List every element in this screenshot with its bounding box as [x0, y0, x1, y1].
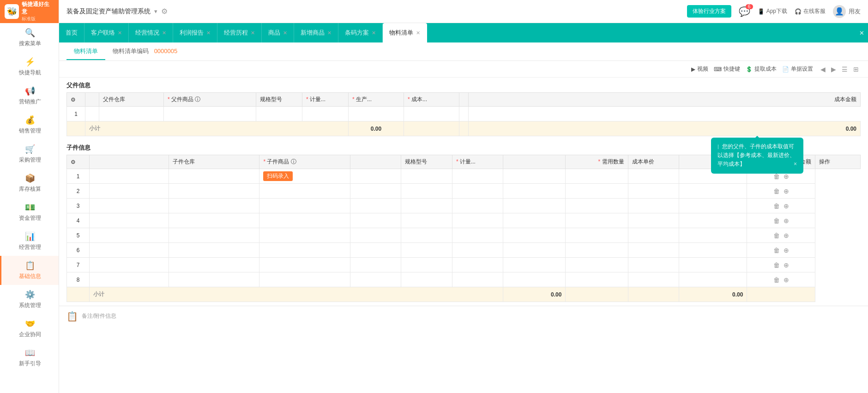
child-row5-spec[interactable]	[350, 228, 401, 243]
child-row7-unit[interactable]	[401, 258, 452, 272]
child-row5-qty[interactable]	[503, 228, 566, 243]
delete-icon[interactable]: 🗑	[773, 187, 780, 195]
parent-row1-produce[interactable]	[302, 107, 349, 121]
scan-input-btn[interactable]: 扫码录入	[263, 171, 293, 181]
parent-row1-goods[interactable]	[99, 107, 164, 121]
copy-icon[interactable]: ⊕	[784, 276, 789, 284]
child-row8-qty[interactable]	[503, 272, 566, 287]
child-row1-spec[interactable]	[350, 169, 401, 184]
toolbar-view[interactable]: ▶ 视频	[691, 65, 708, 73]
toolbar-single-settings[interactable]: 📄 单据设置	[782, 65, 813, 73]
sidebar-item-basic-info[interactable]: 📋 基础信息	[0, 256, 59, 285]
child-row2-warehouse[interactable]	[90, 184, 169, 199]
sidebar-item-quick-nav[interactable]: ⚡ 快捷导航	[0, 52, 59, 81]
parent-th-settings[interactable]: ⚙	[67, 93, 85, 107]
sidebar-item-search[interactable]: 🔍 搜索菜单	[0, 23, 59, 52]
tab-close-goods[interactable]: ✕	[283, 30, 287, 36]
child-row3-warehouse[interactable]	[90, 199, 169, 213]
child-row4-warehouse[interactable]	[90, 213, 169, 228]
child-row8-goods[interactable]	[169, 272, 259, 287]
parent-row1-spec[interactable]	[164, 107, 256, 121]
child-row3-unit-cost[interactable]	[566, 199, 628, 213]
child-row2-qty[interactable]	[503, 184, 566, 199]
child-row7-goods[interactable]	[169, 258, 259, 272]
copy-icon[interactable]: ⊕	[784, 187, 789, 195]
child-row1-unit-cost[interactable]	[566, 169, 628, 184]
child-row6-unit[interactable]	[401, 243, 452, 258]
nav-expand-btn[interactable]: ⊞	[851, 65, 861, 74]
delete-icon[interactable]: 🗑	[773, 247, 780, 254]
parent-row1-warehouse[interactable]	[85, 107, 99, 121]
child-row1-warehouse[interactable]	[90, 169, 169, 184]
tab-profit[interactable]: 利润报告 ✕	[173, 23, 217, 42]
copy-icon[interactable]: ⊕	[784, 247, 789, 254]
child-row4-spec[interactable]	[350, 213, 401, 228]
child-row7-qty[interactable]	[503, 258, 566, 272]
child-row6-spec[interactable]	[350, 243, 401, 258]
child-row3-qty[interactable]	[503, 199, 566, 213]
delete-icon[interactable]: 🗑	[773, 276, 780, 284]
tab-close-customer[interactable]: ✕	[118, 30, 122, 36]
sidebar-item-operations[interactable]: 📊 经营管理	[0, 227, 59, 256]
delete-icon[interactable]: 🗑	[773, 202, 780, 210]
child-row8-unit[interactable]	[401, 272, 452, 287]
delete-icon[interactable]: 🗑	[773, 232, 780, 239]
child-row6-warehouse[interactable]	[90, 243, 169, 258]
tab-close-profit[interactable]: ✕	[206, 30, 211, 36]
online-service-btn[interactable]: 🎧 在线客服	[795, 7, 826, 15]
tab-bom[interactable]: 物料清单 ✕	[383, 23, 427, 42]
tooltip-close-btn[interactable]: ×	[794, 160, 797, 169]
child-row3-unit[interactable]	[401, 199, 452, 213]
tab-close-operations[interactable]: ✕	[162, 30, 166, 36]
notification-bell[interactable]: 💬 6	[739, 6, 750, 17]
child-row1-qty[interactable]	[503, 169, 566, 184]
child-row6-qty[interactable]	[503, 243, 566, 258]
toolbar-shortcut[interactable]: ⌨ 快捷键	[714, 65, 740, 73]
child-row1-unit[interactable]	[401, 169, 452, 184]
child-row5-warehouse[interactable]	[90, 228, 169, 243]
close-all-tabs[interactable]: ✕	[856, 30, 868, 36]
tab-close-new-goods[interactable]: ✕	[327, 30, 332, 36]
tab-new-goods[interactable]: 新增商品 ✕	[294, 23, 338, 42]
copy-icon[interactable]: ⊕	[784, 217, 789, 224]
child-row4-unit[interactable]	[401, 213, 452, 228]
child-row7-unit-cost[interactable]	[566, 258, 628, 272]
nav-prev-btn[interactable]: ◀	[819, 65, 827, 74]
child-row5-unit[interactable]	[401, 228, 452, 243]
child-row6-unit-cost[interactable]	[566, 243, 628, 258]
copy-icon[interactable]: ⊕	[784, 232, 789, 239]
tab-goods[interactable]: 商品 ✕	[262, 23, 294, 42]
sub-tab-bom[interactable]: 物料清单	[66, 43, 105, 60]
copy-icon[interactable]: ⊕	[784, 173, 789, 180]
experience-btn[interactable]: 体验行业方案	[687, 5, 731, 18]
child-row7-spec[interactable]	[350, 258, 401, 272]
child-row8-spec[interactable]	[350, 272, 401, 287]
copy-icon[interactable]: ⊕	[784, 261, 789, 269]
child-row4-qty[interactable]	[503, 213, 566, 228]
parent-row1-cost[interactable]	[349, 107, 404, 121]
tab-history[interactable]: 经营历程 ✕	[217, 23, 262, 42]
tab-operations[interactable]: 经营情况 ✕	[129, 23, 173, 42]
delete-icon[interactable]: 🗑	[773, 261, 780, 269]
copy-icon[interactable]: ⊕	[784, 202, 789, 210]
child-row3-goods[interactable]	[169, 199, 259, 213]
sidebar-item-system[interactable]: ⚙️ 系统管理	[0, 285, 59, 314]
child-row7-warehouse[interactable]	[90, 258, 169, 272]
user-area[interactable]: 👤 用友	[833, 5, 861, 18]
tab-barcode[interactable]: 条码方案 ✕	[338, 23, 383, 42]
child-row4-goods[interactable]	[169, 213, 259, 228]
tab-close-bom[interactable]: ✕	[416, 30, 420, 36]
child-row4-unit-cost[interactable]	[566, 213, 628, 228]
delete-icon[interactable]: 🗑	[773, 217, 780, 224]
child-row2-unit[interactable]	[401, 184, 452, 199]
child-row5-goods[interactable]	[169, 228, 259, 243]
sidebar-item-sales[interactable]: 💰 销售管理	[0, 110, 59, 139]
child-row6-goods[interactable]	[169, 243, 259, 258]
sidebar-item-enterprise[interactable]: 🤝 企业协同	[0, 314, 59, 343]
child-row3-spec[interactable]	[350, 199, 401, 213]
nav-list-btn[interactable]: ☰	[840, 65, 850, 74]
tab-close-barcode[interactable]: ✕	[372, 30, 376, 36]
sidebar-item-finance[interactable]: 💵 资金管理	[0, 198, 59, 227]
child-row8-warehouse[interactable]	[90, 272, 169, 287]
app-download-btn[interactable]: 📱 App下载	[758, 7, 787, 15]
